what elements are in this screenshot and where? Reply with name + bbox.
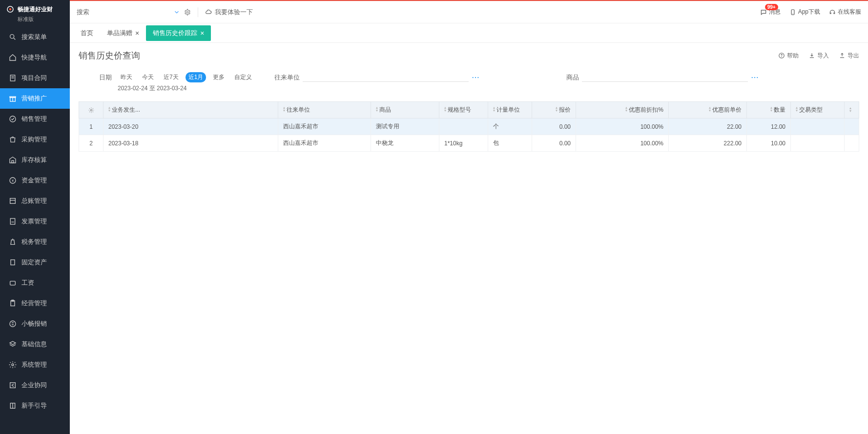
sidebar-item-purchase[interactable]: 采购管理 — [0, 129, 70, 150]
document-icon — [9, 74, 17, 82]
sidebar-item-ledger[interactable]: 总账管理 — [0, 191, 70, 211]
col-product[interactable]: 商品 — [371, 102, 439, 118]
cell-partner: 西山嘉禾超市 — [278, 118, 371, 135]
table-row[interactable]: 22023-03-18西山嘉禾超市中桡龙1*10kg包0.00100.00%22… — [79, 135, 859, 152]
page-title: 销售历史价查询 — [79, 50, 140, 61]
building-icon — [9, 258, 17, 266]
filter-product-input[interactable] — [582, 72, 748, 82]
brand-name: 畅捷通好业财 — [18, 5, 53, 14]
col-extra[interactable] — [845, 102, 859, 118]
cell-date: 2023-03-20 — [103, 118, 278, 135]
sidebar-item-label: 系统管理 — [21, 360, 47, 369]
sort-icon — [625, 106, 627, 112]
col-price[interactable]: 优惠前单价 — [669, 102, 747, 118]
sort-icon — [283, 106, 285, 112]
cell-extra — [845, 118, 859, 135]
sidebar-item-label: 营销推广 — [21, 94, 47, 103]
sidebar-item-assets[interactable]: 固定资产 — [0, 252, 70, 273]
column-settings[interactable] — [79, 102, 103, 118]
col-txn[interactable]: 交易类型 — [791, 102, 845, 118]
sidebar-item-guide[interactable]: 新手引导 — [0, 395, 70, 416]
sidebar-item-project[interactable]: 项目合同 — [0, 68, 70, 88]
sidebar-item-expense[interactable]: 小畅报销 — [0, 314, 70, 334]
col-spec[interactable]: 规格型号 — [439, 102, 488, 118]
sidebar-item-business[interactable]: 经营管理 — [0, 293, 70, 314]
sort-icon — [376, 106, 378, 112]
layers-icon — [9, 340, 17, 348]
help-button[interactable]: 帮助 — [778, 52, 799, 60]
col-discount[interactable]: 优惠前折扣% — [576, 102, 669, 118]
try-experience-button[interactable]: 我要体验一下 — [205, 8, 253, 17]
svg-text:¥: ¥ — [12, 179, 14, 182]
cart-icon — [9, 115, 17, 123]
col-quote[interactable]: 报价 — [532, 102, 576, 118]
app-download-button[interactable]: App下载 — [789, 8, 820, 16]
svg-point-25 — [12, 364, 14, 366]
col-qty[interactable]: 数量 — [747, 102, 791, 118]
sidebar-item-funds[interactable]: ¥资金管理 — [0, 170, 70, 191]
cell-partner: 西山嘉禾超市 — [278, 135, 371, 152]
svg-rect-14 — [10, 198, 16, 204]
sidebar-item-system[interactable]: 系统管理 — [0, 355, 70, 375]
sidebar-item-invoice[interactable]: 发票管理 — [0, 211, 70, 232]
more-icon[interactable]: ⋯ — [751, 73, 759, 82]
tax-icon — [9, 238, 17, 246]
tab-label: 销售历史价跟踪 — [153, 29, 197, 38]
date-opt-more[interactable]: 更多 — [210, 72, 227, 82]
date-opt-custom[interactable]: 自定义 — [231, 72, 255, 82]
sidebar-item-label: 经营管理 — [21, 299, 47, 308]
tab-label: 首页 — [81, 29, 93, 38]
filter-partner-input[interactable] — [303, 72, 469, 82]
tab-home[interactable]: 首页 — [74, 25, 100, 41]
col-partner[interactable]: 往来单位 — [278, 102, 371, 118]
sidebar-item-inventory[interactable]: 库存核算 — [0, 150, 70, 170]
tab-single-gift[interactable]: 单品满赠× — [100, 25, 146, 41]
date-opt-today[interactable]: 今天 — [139, 72, 157, 82]
col-label: 计量单位 — [496, 106, 520, 113]
more-icon[interactable]: ⋯ — [472, 73, 480, 82]
filter-product-label: 商品 — [566, 72, 579, 82]
data-table-wrap: 业务发生... 往来单位 商品 规格型号 计量单位 报价 优惠前折扣% 优惠前单… — [79, 101, 859, 152]
sort-icon — [493, 106, 495, 112]
date-opt-1month[interactable]: 近1月 — [186, 72, 207, 82]
sidebar-item-tax[interactable]: 税务管理 — [0, 232, 70, 252]
settings-icon[interactable] — [184, 9, 191, 16]
chevron-down-icon[interactable] — [173, 9, 180, 16]
sidebar-item-marketing[interactable]: 营销推广 — [0, 88, 70, 109]
col-date[interactable]: 业务发生... — [103, 102, 278, 118]
import-button[interactable]: 导入 — [808, 52, 829, 60]
online-service-button[interactable]: 在线客服 — [829, 8, 861, 16]
sidebar-item-collab[interactable]: 企业协同 — [0, 375, 70, 395]
sidebar-item-label: 固定资产 — [21, 258, 47, 267]
global-search[interactable]: 搜索 — [77, 8, 169, 17]
try-label: 我要体验一下 — [215, 8, 253, 17]
svg-rect-26 — [10, 383, 16, 388]
export-button[interactable]: 导出 — [839, 52, 859, 60]
date-opt-yesterday[interactable]: 昨天 — [118, 72, 135, 82]
sidebar-item-label: 税务管理 — [21, 237, 47, 246]
sidebar-item-quicknav[interactable]: 快捷导航 — [0, 47, 70, 68]
sidebar-item-salary[interactable]: 工资 — [0, 273, 70, 293]
messages-button[interactable]: 99+ 消息 — [760, 8, 781, 16]
sidebar-item-label: 发票管理 — [21, 217, 47, 226]
tab-sales-history-price[interactable]: 销售历史价跟踪× — [146, 25, 211, 41]
sort-icon — [849, 107, 851, 113]
table-row[interactable]: 12023-03-20西山嘉禾超市测试专用个0.00100.00%22.0012… — [79, 118, 859, 135]
date-opt-7days[interactable]: 近7天 — [161, 72, 182, 82]
tab-label: 单品满赠 — [107, 29, 132, 38]
close-icon[interactable]: × — [200, 29, 204, 37]
sidebar-item-basic[interactable]: 基础信息 — [0, 334, 70, 355]
warehouse-icon — [9, 156, 17, 164]
cell-spec — [439, 118, 488, 135]
bag-icon — [9, 136, 17, 143]
cell-qty: 10.00 — [747, 135, 791, 152]
sidebar-item-sales[interactable]: 销售管理 — [0, 109, 70, 129]
col-label: 交易类型 — [799, 106, 823, 113]
topbar: 搜索 我要体验一下 99+ 消息 App下载 — [70, 1, 868, 23]
col-unit[interactable]: 计量单位 — [488, 102, 532, 118]
close-icon[interactable]: × — [135, 29, 139, 37]
cell-txn — [791, 135, 845, 152]
help-label: 帮助 — [787, 52, 799, 60]
sidebar-item-search[interactable]: 搜索菜单 — [0, 27, 70, 47]
sidebar-item-label: 资金管理 — [21, 176, 47, 185]
